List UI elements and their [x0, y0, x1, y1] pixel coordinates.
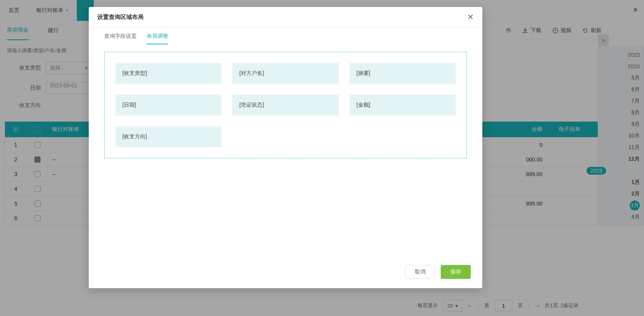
modal-tab-fields[interactable]: 查询字段设置: [104, 33, 137, 44]
layout-chip[interactable]: [收支方向]: [115, 126, 221, 147]
layout-chip[interactable]: [对方户名]: [232, 63, 338, 84]
close-icon[interactable]: ✕: [467, 12, 474, 22]
modal-footer: 取消 保存: [89, 258, 482, 288]
modal-tabs: 查询字段设置 布局调整: [89, 27, 482, 45]
layout-chip[interactable]: [金额]: [350, 95, 456, 116]
cancel-button[interactable]: 取消: [405, 265, 435, 279]
layout-chip[interactable]: [收支类型]: [115, 63, 221, 84]
modal-header: 设置查询区域布局 ✕: [89, 7, 482, 27]
modal-title: 设置查询区域布局: [97, 14, 144, 21]
cancel-button-label: 取消: [415, 268, 426, 275]
save-button-label: 保存: [450, 268, 461, 275]
layout-drop-area[interactable]: [收支类型][对方户名][摘要][日期][凭证状态][金额][收支方向]: [104, 52, 467, 158]
layout-chip[interactable]: [凭证状态]: [232, 95, 338, 116]
modal-tab-layout[interactable]: 布局调整: [147, 33, 168, 44]
modal-tab-fields-label: 查询字段设置: [104, 33, 137, 39]
modal-tab-layout-label: 布局调整: [147, 33, 168, 39]
layout-settings-modal: 设置查询区域布局 ✕ 查询字段设置 布局调整 [收支类型][对方户名][摘要][…: [89, 7, 482, 288]
save-button[interactable]: 保存: [441, 265, 471, 279]
layout-chip[interactable]: [日期]: [115, 95, 221, 116]
layout-chip[interactable]: [摘要]: [350, 63, 456, 84]
